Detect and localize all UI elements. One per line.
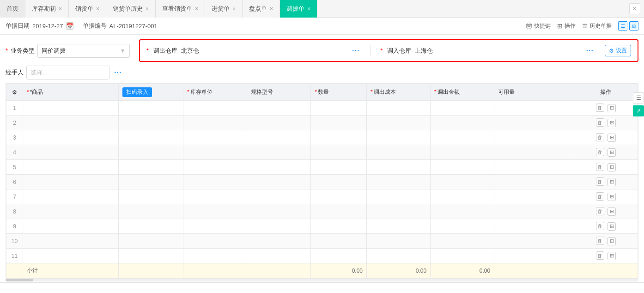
row-spec-11[interactable] <box>247 249 311 263</box>
delete-row-3-icon[interactable]: 🗑 <box>596 133 604 141</box>
delete-row-6-icon[interactable]: 🗑 <box>596 177 604 186</box>
row-amount-6[interactable] <box>431 175 494 189</box>
delete-row-4-icon[interactable]: 🗑 <box>596 148 604 156</box>
row-cost-1[interactable] <box>367 101 431 116</box>
history-orders-button[interactable]: ☰ 历史单据 <box>582 22 612 30</box>
row-unit-7[interactable] <box>183 189 247 204</box>
row-unit-11[interactable] <box>183 249 247 263</box>
copy-row-1-icon[interactable]: ⊞ <box>608 104 616 112</box>
row-unit-4[interactable] <box>183 145 247 160</box>
delete-row-2-icon[interactable]: 🗑 <box>596 118 604 127</box>
row-amount-4[interactable] <box>431 145 494 160</box>
close-tab-purchase-order[interactable]: × <box>232 6 236 12</box>
row-spec-4[interactable] <box>247 145 311 160</box>
row-cost-10[interactable] <box>367 234 431 249</box>
row-product-11[interactable] <box>23 249 119 263</box>
delete-row-9-icon[interactable]: 🗑 <box>596 222 604 230</box>
delete-row-5-icon[interactable]: 🗑 <box>596 163 604 171</box>
settings-button[interactable]: ⚙ 设置 <box>605 45 631 56</box>
tab-bar-close-button[interactable]: × <box>629 3 640 14</box>
copy-row-11-icon[interactable]: ⊞ <box>608 252 616 260</box>
calendar-icon[interactable]: 📅 <box>66 22 73 30</box>
row-qty-3[interactable] <box>311 130 367 145</box>
row-product-2[interactable] <box>23 116 119 130</box>
row-product-3[interactable] <box>23 130 119 145</box>
scan-button[interactable]: 扫码录入 <box>122 87 152 97</box>
row-spec-1[interactable] <box>247 101 311 116</box>
close-tab-sales-history[interactable]: × <box>146 6 149 12</box>
row-qty-7[interactable] <box>311 189 367 204</box>
row-qty-2[interactable] <box>311 116 367 130</box>
row-qty-8[interactable] <box>311 204 367 219</box>
row-unit-2[interactable] <box>183 116 247 130</box>
tab-purchase-order[interactable]: 进货单 × <box>205 0 243 18</box>
close-tab-view-sales[interactable]: × <box>195 6 198 12</box>
shortcuts-button[interactable]: ⌨ 快捷键 <box>526 22 551 30</box>
th-gear[interactable]: ⚙ <box>6 84 23 101</box>
copy-row-9-icon[interactable]: ⊞ <box>608 222 616 231</box>
delete-row-11-icon[interactable]: 🗑 <box>596 251 604 260</box>
row-unit-3[interactable] <box>183 130 247 145</box>
close-tab-inventory-count[interactable]: × <box>270 6 273 12</box>
copy-row-5-icon[interactable]: ⊞ <box>608 163 616 171</box>
row-product-5[interactable] <box>23 160 119 175</box>
transfer-in-more-btn[interactable]: ··· <box>584 47 595 55</box>
tab-inventory-init[interactable]: 库存期初 × <box>25 0 69 18</box>
row-unit-8[interactable] <box>183 204 247 219</box>
row-cost-7[interactable] <box>367 189 431 204</box>
row-product-8[interactable] <box>23 204 119 219</box>
row-cost-3[interactable] <box>367 130 431 145</box>
row-spec-3[interactable] <box>247 130 311 145</box>
delete-row-1-icon[interactable]: 🗑 <box>596 104 604 112</box>
row-product-6[interactable] <box>23 175 119 189</box>
float-list-btn[interactable]: ☰ <box>633 92 644 104</box>
row-spec-9[interactable] <box>247 219 311 234</box>
row-unit-5[interactable] <box>183 160 247 175</box>
row-product-10[interactable] <box>23 234 119 249</box>
row-spec-2[interactable] <box>247 116 311 130</box>
row-unit-9[interactable] <box>183 219 247 234</box>
row-qty-9[interactable] <box>311 219 367 234</box>
row-amount-7[interactable] <box>431 189 494 204</box>
row-unit-10[interactable] <box>183 234 247 249</box>
row-qty-6[interactable] <box>311 175 367 189</box>
copy-row-4-icon[interactable]: ⊞ <box>608 148 616 157</box>
row-amount-10[interactable] <box>431 234 494 249</box>
transfer-out-more-btn[interactable]: ··· <box>350 47 361 55</box>
scrollbar-thumb[interactable] <box>6 279 33 281</box>
float-expand-btn[interactable]: ↗ <box>633 105 644 116</box>
copy-row-2-icon[interactable]: ⊞ <box>608 119 616 127</box>
row-product-1[interactable] <box>23 101 119 116</box>
row-amount-5[interactable] <box>431 160 494 175</box>
delete-row-10-icon[interactable]: 🗑 <box>596 237 604 245</box>
copy-row-6-icon[interactable]: ⊞ <box>608 178 616 186</box>
row-spec-7[interactable] <box>247 189 311 204</box>
delete-row-7-icon[interactable]: 🗑 <box>596 192 604 201</box>
layout-grid-icon[interactable]: ⊞ <box>629 21 638 31</box>
row-amount-11[interactable] <box>431 249 494 263</box>
row-qty-11[interactable] <box>311 249 367 263</box>
row-spec-6[interactable] <box>247 175 311 189</box>
row-cost-11[interactable] <box>367 249 431 263</box>
row-cost-5[interactable] <box>367 160 431 175</box>
row-amount-9[interactable] <box>431 219 494 234</box>
row-spec-5[interactable] <box>247 160 311 175</box>
row-cost-8[interactable] <box>367 204 431 219</box>
row-unit-6[interactable] <box>183 175 247 189</box>
delete-row-8-icon[interactable]: 🗑 <box>596 207 604 215</box>
handler-select[interactable]: 选择... <box>26 66 109 79</box>
row-qty-1[interactable] <box>311 101 367 116</box>
horizontal-scrollbar[interactable] <box>6 279 638 281</box>
tab-inventory-count[interactable]: 盘点单 × <box>243 0 280 18</box>
tab-sales-order[interactable]: 销货单 × <box>69 0 106 18</box>
close-tab-inventory-init[interactable]: × <box>59 6 62 12</box>
row-qty-4[interactable] <box>311 145 367 160</box>
row-spec-8[interactable] <box>247 204 311 219</box>
copy-row-3-icon[interactable]: ⊞ <box>608 134 616 142</box>
row-product-4[interactable] <box>23 145 119 160</box>
row-amount-1[interactable] <box>431 101 494 116</box>
tab-sales-history[interactable]: 销货单历史 × <box>106 0 156 18</box>
row-qty-10[interactable] <box>311 234 367 249</box>
row-amount-3[interactable] <box>431 130 494 145</box>
copy-row-10-icon[interactable]: ⊞ <box>608 237 616 245</box>
